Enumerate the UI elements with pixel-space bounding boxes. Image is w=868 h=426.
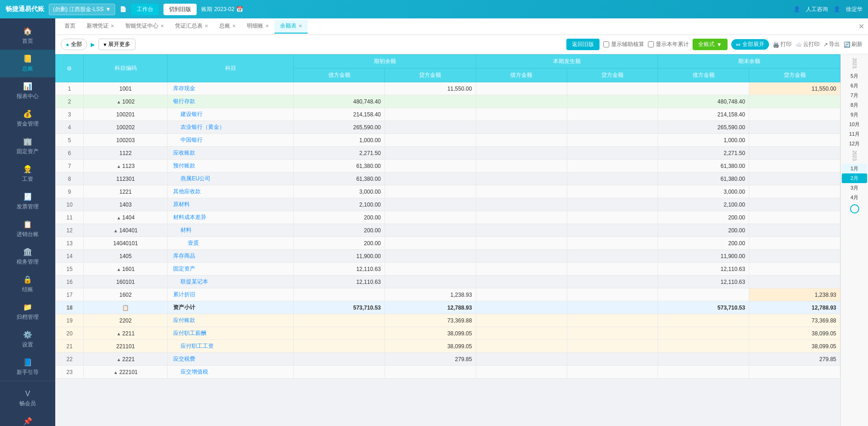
- month-11[interactable]: 11月: [842, 129, 867, 139]
- row-name[interactable]: 固定资产: [168, 263, 294, 276]
- account-name-link[interactable]: 应付账款: [173, 317, 195, 323]
- table-row[interactable]: 192202应付账款73,369.8873,369.88: [56, 314, 840, 327]
- row-name[interactable]: 原材料: [168, 198, 294, 211]
- account-name-link[interactable]: 银行存款: [173, 98, 195, 104]
- return-button[interactable]: 返回旧版: [566, 39, 600, 50]
- workbench-button[interactable]: 工作台: [131, 4, 159, 15]
- tab-general-ledger-close[interactable]: ✕: [232, 23, 236, 29]
- account-name-link[interactable]: 材料成本差异: [173, 214, 206, 220]
- account-name-link[interactable]: 燕属EU公司: [181, 175, 210, 182]
- row-name[interactable]: 建设银行: [168, 108, 294, 121]
- row-name[interactable]: 燕属EU公司: [168, 173, 294, 185]
- table-row[interactable]: 12▲ 140401材料200.00200.00: [56, 224, 840, 237]
- table-row[interactable]: 2▲ 1002银行存款480,748.40480,748.40: [56, 95, 840, 108]
- tab-detail-ledger[interactable]: 明细账 ✕: [241, 19, 274, 34]
- month-7[interactable]: 7月: [842, 91, 867, 100]
- row-name[interactable]: 库存商品: [168, 250, 294, 263]
- sidebar-item-ledger[interactable]: 📒 总账: [0, 50, 55, 77]
- print-button[interactable]: 🖨️ 打印: [773, 40, 792, 48]
- row-name[interactable]: 库存现金: [168, 82, 294, 95]
- month-1[interactable]: 1月: [842, 164, 867, 173]
- toggle-expand-button[interactable]: ⇔ 全部展开: [731, 39, 769, 50]
- table-row[interactable]: 5100203中国银行1,000.001,000.00: [56, 134, 840, 147]
- sidebar-item-archive[interactable]: 📁 归档管理: [0, 298, 55, 326]
- row-name[interactable]: 农业银行（黄金）: [168, 121, 294, 134]
- auxiliary-checkbox[interactable]: 显示辅助核算: [603, 40, 644, 48]
- account-name-link[interactable]: 联提某记本: [181, 278, 208, 285]
- table-row[interactable]: 15▲ 1601固定资产12,110.6312,110.63: [56, 263, 840, 276]
- account-name-link[interactable]: 壹蛋: [188, 240, 199, 246]
- account-name-link[interactable]: 原材料: [173, 201, 190, 207]
- row-name[interactable]: 应交税费: [168, 353, 294, 366]
- table-row[interactable]: 22▲ 2221应交税费279.85279.85: [56, 353, 840, 366]
- table-row[interactable]: 11▲ 1404材料成本差异200.00200.00: [56, 211, 840, 224]
- table-row[interactable]: 61122应收账款2,271.502,271.50: [56, 147, 840, 160]
- account-name-link[interactable]: 中国银行: [181, 137, 203, 143]
- sidebar-item-funds[interactable]: 💰 资金管理: [0, 105, 55, 132]
- table-row[interactable]: 21221101应付职工工资38,099.0538,099.05: [56, 340, 840, 353]
- sidebar-item-tax[interactable]: 🏛️ 税务管理: [0, 243, 55, 271]
- tab-new-voucher[interactable]: 新增凭证 ✕: [81, 19, 120, 34]
- table-row[interactable]: 101403原材料2,100.002,100.00: [56, 198, 840, 211]
- table-row[interactable]: 4100202农业银行（黄金）265,590.00265,590.00: [56, 121, 840, 134]
- month-9[interactable]: 9月: [842, 110, 867, 120]
- account-name-link[interactable]: 应付职工薪酬: [173, 330, 206, 336]
- sidebar-item-sales[interactable]: 📋 进销台账: [0, 215, 55, 243]
- account-name-link[interactable]: 材料: [181, 227, 192, 233]
- tab-home[interactable]: 首页: [59, 19, 81, 34]
- table-row[interactable]: 8112301燕属EU公司61,380.0061,380.00: [56, 173, 840, 185]
- tab-balance[interactable]: 余额表 ✕: [274, 19, 308, 34]
- account-name-link[interactable]: 库存现金: [173, 85, 195, 92]
- row-name[interactable]: 应收账款: [168, 147, 294, 160]
- sidebar-item-close[interactable]: 🔒 结账: [0, 271, 55, 298]
- month-3[interactable]: 3月: [842, 183, 867, 193]
- tab-detail-ledger-close[interactable]: ✕: [265, 23, 269, 29]
- row-name[interactable]: 材料成本差异: [168, 211, 294, 224]
- annual-checkbox[interactable]: 显示本年累计: [648, 40, 689, 48]
- table-row[interactable]: 3100201建设银行214,158.40214,158.40: [56, 108, 840, 121]
- row-name[interactable]: 应付职工薪酬: [168, 327, 294, 340]
- cloud-print-button[interactable]: ☁️ 云打印: [795, 40, 820, 48]
- account-name-link[interactable]: 应交增值税: [181, 368, 208, 375]
- month-2[interactable]: 2月: [842, 173, 867, 183]
- table-row[interactable]: 23▲ 222101应交增值税: [56, 366, 840, 379]
- tab-smart-voucher-close[interactable]: ✕: [160, 23, 164, 29]
- table-row[interactable]: 11001库存现金11,550.0011,550.00: [56, 82, 840, 95]
- company-selector[interactable]: (勿删) 江西股金-LSS ▼: [49, 4, 115, 15]
- doc-icon[interactable]: 📄: [120, 6, 127, 12]
- tab-balance-close[interactable]: ✕: [298, 23, 302, 29]
- table-row[interactable]: 141405库存商品11,900.0011,900.00: [56, 250, 840, 263]
- row-name[interactable]: 壹蛋: [168, 237, 294, 250]
- sidebar-item-assets[interactable]: 🏢 固定资产: [0, 132, 55, 160]
- auxiliary-checkbox-input[interactable]: [603, 41, 609, 47]
- table-row[interactable]: 16160101联提某记本12,110.6312,110.63: [56, 276, 840, 288]
- row-name[interactable]: 应交增值税: [168, 366, 294, 379]
- row-name[interactable]: 联提某记本: [168, 276, 294, 288]
- row-name[interactable]: 应付账款: [168, 314, 294, 327]
- row-name[interactable]: 应付职工工资: [168, 340, 294, 353]
- account-name-link[interactable]: 应付职工工资: [181, 343, 214, 349]
- refresh-button[interactable]: 🔄 刷新: [844, 40, 862, 48]
- month-12[interactable]: 12月: [842, 139, 867, 149]
- row-name[interactable]: 材料: [168, 224, 294, 237]
- export-button[interactable]: ↗ 导出: [823, 40, 840, 48]
- tab-voucher-summary-close[interactable]: ✕: [204, 23, 208, 29]
- table-row[interactable]: 91221其他应收款3,000.003,000.00: [56, 185, 840, 198]
- row-name[interactable]: 中国银行: [168, 134, 294, 147]
- account-name-link[interactable]: 应收账款: [173, 150, 195, 156]
- annual-checkbox-input[interactable]: [648, 41, 654, 47]
- tab-new-voucher-close[interactable]: ✕: [111, 23, 114, 29]
- table-row[interactable]: 7▲ 1123预付账款61,380.0061,380.00: [56, 160, 840, 173]
- account-name-link[interactable]: 应交税费: [173, 356, 195, 362]
- sidebar-item-unpin[interactable]: 📌 取消固定: [0, 412, 55, 426]
- month-5[interactable]: 5月: [842, 71, 867, 81]
- row-name[interactable]: 资产小计: [168, 301, 294, 314]
- user-label[interactable]: 徐淀华: [846, 6, 862, 13]
- account-name-link[interactable]: 其他应收款: [173, 188, 201, 195]
- account-name-link[interactable]: 库存商品: [173, 253, 195, 259]
- sidebar-item-settings[interactable]: ⚙️ 设置: [0, 326, 55, 353]
- tab-general-ledger[interactable]: 总账 ✕: [214, 19, 241, 34]
- sidebar-item-guide[interactable]: 📘 新手引导: [0, 353, 55, 381]
- row-name[interactable]: 累计折旧: [168, 288, 294, 301]
- table-row[interactable]: 20▲ 2211应付职工薪酬38,099.0538,099.05: [56, 327, 840, 340]
